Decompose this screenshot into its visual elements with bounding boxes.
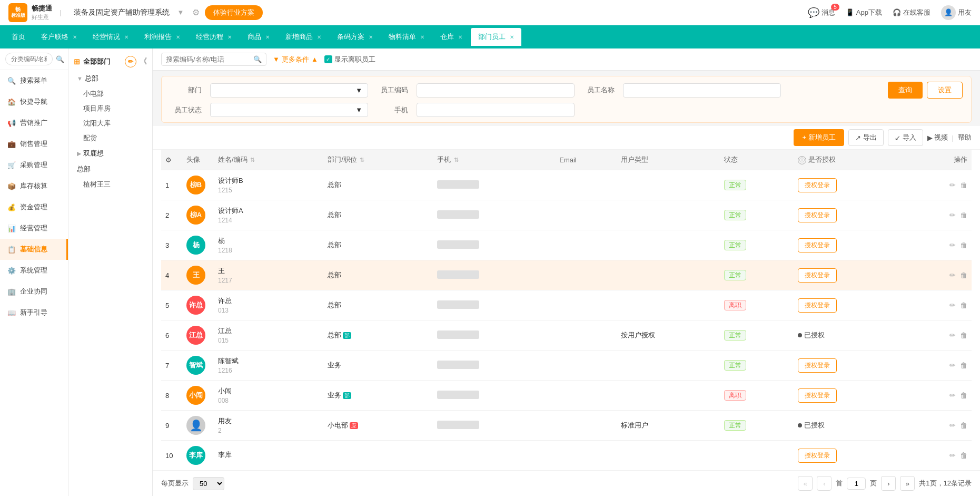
tab-goods[interactable]: 商品 ✕ — [240, 28, 277, 46]
dept-item-shenyangdaku[interactable]: 沈阳大库 — [68, 116, 152, 131]
settings-icon[interactable]: ⚙ — [192, 7, 200, 17]
tab-close-customer[interactable]: ✕ — [73, 34, 77, 40]
page-input[interactable] — [847, 478, 866, 490]
sidebar-item-purchase[interactable]: 🛒 采购管理 — [0, 154, 68, 176]
authorize-btn[interactable]: 授权登录 — [798, 238, 837, 252]
delete-icon[interactable]: 🗑 — [960, 451, 967, 460]
first-page-btn[interactable]: « — [798, 476, 813, 491]
tab-close-goods[interactable]: ✕ — [265, 34, 270, 40]
query-button[interactable]: 查询 — [888, 82, 923, 99]
edit-icon[interactable]: ✏ — [949, 211, 956, 219]
tab-close-bom[interactable]: ✕ — [420, 34, 424, 40]
delete-icon[interactable]: 🗑 — [960, 181, 967, 189]
show-dimission-checkbox[interactable]: ✓ 显示离职员工 — [324, 55, 375, 64]
emp-name-input[interactable] — [623, 83, 781, 98]
edit-icon[interactable]: ✏ — [949, 331, 956, 339]
edit-icon[interactable]: ✏ — [949, 271, 956, 279]
edit-icon[interactable]: ✏ — [949, 421, 956, 430]
authorize-btn[interactable]: 授权登录 — [798, 449, 837, 463]
tab-close-new-goods[interactable]: ✕ — [317, 34, 321, 40]
sidebar-search-icon[interactable]: 🔍 — [56, 55, 64, 63]
sidebar-item-enterprise[interactable]: 🏢 企业协同 — [0, 281, 68, 302]
col-settings[interactable]: ⚙ — [161, 150, 182, 170]
delete-icon[interactable]: 🗑 — [960, 391, 967, 400]
authorize-btn[interactable]: 授权登录 — [798, 298, 837, 313]
tab-close-operation[interactable]: ✕ — [124, 34, 128, 40]
sidebar-item-guide[interactable]: 📖 新手引导 — [0, 302, 68, 323]
sidebar-item-basic[interactable]: 📋 基础信息 — [0, 239, 68, 260]
col-dept[interactable]: 部门/职位 ⇅ — [323, 150, 433, 170]
tab-customer[interactable]: 客户联络 ✕ — [34, 28, 84, 46]
import-button[interactable]: ↙ 导入 — [888, 129, 923, 146]
dept-select[interactable]: ▼ — [210, 83, 368, 98]
export-button[interactable]: ↗ 导出 — [848, 129, 884, 146]
edit-icon[interactable]: ✏ — [949, 361, 956, 369]
sidebar-item-search[interactable]: 🔍 搜索菜单 — [0, 70, 68, 91]
set-button[interactable]: 设置 — [927, 82, 963, 99]
tab-home[interactable]: 首页 — [4, 28, 33, 46]
add-employee-button[interactable]: + 新增员工 — [794, 129, 844, 146]
delete-icon[interactable]: 🗑 — [960, 331, 967, 339]
authorize-btn[interactable]: 授权登录 — [798, 268, 837, 283]
tab-operation[interactable]: 经营情况 ✕ — [85, 28, 136, 46]
edit-icon[interactable]: ✏ — [949, 181, 956, 189]
next-page-btn[interactable]: › — [881, 476, 896, 491]
tab-warehouse[interactable]: 仓库 ✕ — [433, 28, 470, 46]
sidebar-item-marketing[interactable]: 📢 营销推广 — [0, 112, 68, 133]
tab-dept-employee[interactable]: 部门员工 ✕ — [471, 28, 521, 46]
authorize-btn[interactable]: 授权登录 — [798, 208, 837, 222]
sidebar-item-quicknav[interactable]: 🏠 快捷导航 — [0, 91, 68, 112]
tab-close-barcode[interactable]: ✕ — [369, 34, 373, 40]
sidebar-item-finance[interactable]: 💰 资金管理 — [0, 197, 68, 218]
tab-barcode[interactable]: 条码方案 ✕ — [330, 28, 380, 46]
dept-item-xiangmukufang[interactable]: 项目库房 — [68, 101, 152, 116]
authorize-btn[interactable]: 授权登录 — [798, 358, 837, 373]
last-page-btn[interactable]: » — [900, 476, 915, 491]
dept-item-zongbu[interactable]: 总部 — [68, 161, 152, 177]
search-icon[interactable]: 🔍 — [253, 55, 262, 63]
tab-history[interactable]: 经营历程 ✕ — [189, 28, 239, 46]
sidebar-item-operation[interactable]: 📊 经营管理 — [0, 218, 68, 239]
tab-close-dept-employee[interactable]: ✕ — [510, 34, 514, 40]
edit-icon[interactable]: ✏ — [949, 391, 956, 400]
dropdown-icon[interactable]: ▼ — [177, 8, 184, 16]
sidebar-item-inventory[interactable]: 📦 库存核算 — [0, 176, 68, 197]
more-filter-btn[interactable]: ▼ 更多条件 ▲ — [273, 55, 318, 64]
authorize-btn[interactable]: 授权登录 — [798, 178, 837, 192]
online-service[interactable]: 🎧 在线客服 — [893, 8, 930, 17]
emp-code-input[interactable] — [417, 83, 575, 98]
delete-icon[interactable]: 🗑 — [960, 301, 967, 309]
help-button[interactable]: 帮助 — [958, 133, 972, 142]
emp-status-select[interactable]: ▼ — [210, 103, 368, 117]
prev-page-btn[interactable]: ‹ — [817, 476, 831, 491]
tab-close-profit[interactable]: ✕ — [176, 34, 180, 40]
dept-item-shuanglu[interactable]: ▶ 双鹿想 — [68, 145, 152, 161]
delete-icon[interactable]: 🗑 — [960, 241, 967, 249]
tab-bom[interactable]: 物料清单 ✕ — [381, 28, 432, 46]
edit-icon[interactable]: ✏ — [949, 451, 956, 460]
col-name[interactable]: 姓名/编码 ⇅ — [214, 150, 323, 170]
phone-input[interactable] — [417, 103, 575, 117]
sidebar-item-system[interactable]: ⚙️ 系统管理 — [0, 260, 68, 281]
delete-icon[interactable]: 🗑 — [960, 361, 967, 369]
delete-icon[interactable]: 🗑 — [960, 421, 967, 430]
trial-button[interactable]: 体验行业方案 — [205, 5, 263, 20]
tab-close-history[interactable]: ✕ — [227, 34, 232, 40]
message-icon[interactable]: 💬 5 消息 — [808, 7, 835, 18]
search-input[interactable] — [166, 55, 250, 63]
dept-item-xiaodianbu[interactable]: 小电部 — [68, 86, 152, 101]
dept-edit-icon[interactable]: ✏ — [125, 56, 136, 67]
tab-profit[interactable]: 利润报告 ✕ — [137, 28, 187, 46]
sidebar-item-sales[interactable]: 💼 销售管理 — [0, 133, 68, 154]
view-button[interactable]: ▶ 视频 — [927, 133, 948, 142]
tab-close-warehouse[interactable]: ✕ — [458, 34, 462, 40]
dept-item-zongbu-parent[interactable]: ▼ 总部 — [68, 71, 152, 86]
auth-info-icon[interactable]: ⓘ — [798, 156, 806, 164]
authorize-btn[interactable]: 授权登录 — [798, 388, 837, 403]
user-menu[interactable]: 👤 用友 — [941, 5, 972, 20]
app-download[interactable]: 📱 App下载 — [846, 8, 882, 17]
edit-icon[interactable]: ✏ — [949, 301, 956, 309]
dept-item-zhishuwangsan[interactable]: 植树王三 — [68, 177, 152, 192]
sidebar-search-input[interactable] — [5, 53, 53, 65]
dept-collapse-icon[interactable]: 《 — [140, 57, 147, 66]
